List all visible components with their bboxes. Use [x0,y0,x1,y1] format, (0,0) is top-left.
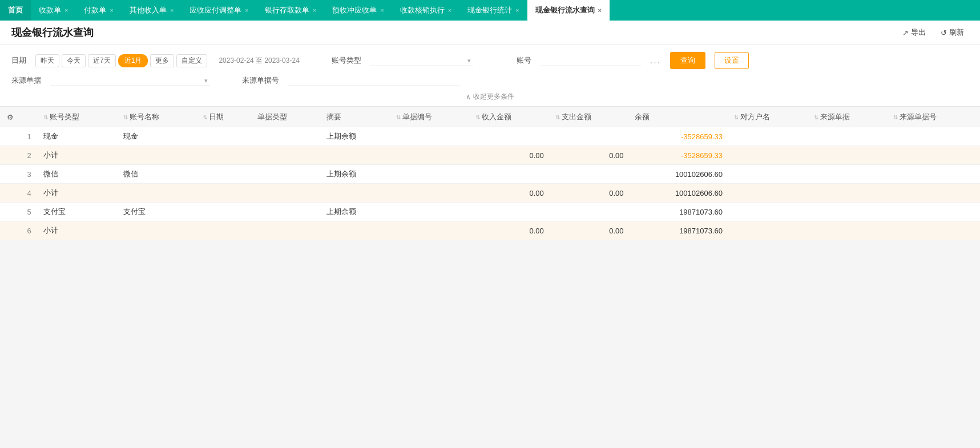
row-counterparty [728,184,808,203]
collapse-button[interactable]: ∧ 收起更多条件 [466,92,514,102]
table-row: 3 微信 微信 上期余额 100102606.60 [0,165,980,184]
table-row: 4 小计 0.00 0.00 100102606.60 [0,184,980,203]
date-btn-近7天[interactable]: 近7天 [88,54,116,67]
row-income: 0.00 [470,221,550,240]
row-income [470,127,550,146]
row-num: 5 [21,203,38,221]
row-balance: -3528659.33 [629,146,728,165]
row-gear [0,165,21,184]
doc-no-col-header[interactable]: 单据编号 [390,107,470,127]
date-col-header[interactable]: 日期 [197,107,252,127]
row-counterparty [728,146,808,165]
filter-row-2: 来源单据 来源单据号 [11,75,969,86]
row-counterparty [728,165,808,184]
row-doc-type [252,184,321,203]
row-doc-no [390,184,470,203]
tab-close-icon[interactable]: × [170,7,174,14]
source-doc-no-col-header[interactable]: 来源单据号 [888,107,980,127]
row-num: 4 [21,184,38,203]
row-num: 2 [21,146,38,165]
row-account-name [118,146,197,165]
nav-tab-预收冲应收单[interactable]: 预收冲应收单× [324,0,392,21]
nav-tab-其他收入单[interactable]: 其他收入单× [122,0,182,21]
tab-close-icon[interactable]: × [515,7,519,14]
table-row: 5 支付宝 支付宝 上期余额 19871073.60 [0,203,980,221]
tab-close-icon[interactable]: × [380,7,384,14]
refresh-button[interactable]: ↺ 刷新 [936,25,969,40]
row-summary [321,184,390,203]
settings-button[interactable]: 设置 [715,52,749,69]
date-range-text: 2023-02-24 至 2023-03-24 [219,56,299,66]
gear-col-header[interactable]: ⚙ [0,107,21,127]
row-balance: 100102606.60 [629,165,728,184]
row-date [197,203,252,221]
row-gear [0,221,21,240]
export-button[interactable]: ↗ 导出 [898,25,930,40]
tab-close-icon[interactable]: × [245,7,248,14]
row-counterparty [728,221,808,240]
source-doc-select[interactable] [50,75,210,86]
row-balance: -3528659.33 [629,127,728,146]
nav-tab-付款单[interactable]: 付款单× [76,0,121,21]
account-name-col-header[interactable]: 账号名称 [118,107,197,127]
date-btn-今天[interactable]: 今天 [62,54,86,67]
row-summary: 上期余额 [321,127,390,146]
tab-close-icon[interactable]: × [448,7,451,14]
date-btn-更多[interactable]: 更多 [150,54,174,67]
row-doc-no [390,165,470,184]
row-source-doc [808,203,888,221]
account-type-col-header[interactable]: 账号类型 [38,107,118,127]
date-btn-近1月[interactable]: 近1月 [118,54,148,67]
row-account-type: 小计 [38,184,118,203]
header-actions: ↗ 导出 ↺ 刷新 [898,25,969,40]
expense-col-header[interactable]: 支出金额 [550,107,630,127]
row-num: 6 [21,221,38,240]
nav-home[interactable]: 首页 [0,0,31,21]
page-header: 现金银行流水查询 ↗ 导出 ↺ 刷新 [0,21,980,45]
gear-settings-icon[interactable]: ⚙ [7,113,14,122]
row-doc-no [390,127,470,146]
date-btn-自定义[interactable]: 自定义 [176,54,207,67]
tab-close-icon[interactable]: × [313,7,316,14]
counterparty-col-header[interactable]: 对方户名 [728,107,808,127]
row-doc-no [390,221,470,240]
row-source-doc [808,221,888,240]
nav-tab-收款单[interactable]: 收款单× [31,0,76,21]
tab-close-icon[interactable]: × [598,7,602,14]
account-input[interactable] [541,55,641,66]
row-expense [550,127,630,146]
account-dots[interactable]: ... [650,55,661,66]
row-date [197,127,252,146]
row-summary: 上期余额 [321,165,390,184]
tab-close-icon[interactable]: × [64,7,68,14]
row-gear [0,203,21,221]
source-doc-col-header[interactable]: 来源单据 [808,107,888,127]
income-col-header[interactable]: 收入金额 [470,107,550,127]
nav-tab-现金银行流水查询[interactable]: 现金银行流水查询× [527,0,610,21]
source-doc-no-input[interactable] [288,75,459,86]
source-doc-no-label: 来源单据号 [242,75,279,86]
nav-tab-现金银行统计[interactable]: 现金银行统计× [459,0,527,21]
account-type-select[interactable]: 现金 微信 支付宝 [370,55,473,66]
row-doc-no [390,146,470,165]
row-balance: 100102606.60 [629,184,728,203]
tab-close-icon[interactable]: × [110,7,113,14]
date-btn-昨天[interactable]: 昨天 [35,54,59,67]
collapse-icon: ∧ [466,93,471,101]
row-gear [0,146,21,165]
row-doc-type [252,165,321,184]
nav-tab-收款核销执行[interactable]: 收款核销执行× [392,0,459,21]
row-account-name [118,184,197,203]
query-button[interactable]: 查询 [670,52,705,69]
nav-tab-应收应付调整单[interactable]: 应收应付调整单× [182,0,256,21]
row-num: 3 [21,165,38,184]
top-nav: 首页 收款单×付款单×其他收入单×应收应付调整单×银行存取款单×预收冲应收单×收… [0,0,980,21]
row-income: 0.00 [470,146,550,165]
row-source-doc-no [888,146,980,165]
row-expense [550,165,630,184]
page-title: 现金银行流水查询 [11,26,94,39]
row-doc-type [252,127,321,146]
row-account-type: 支付宝 [38,203,118,221]
row-doc-type [252,146,321,165]
nav-tab-银行存取款单[interactable]: 银行存取款单× [257,0,324,21]
